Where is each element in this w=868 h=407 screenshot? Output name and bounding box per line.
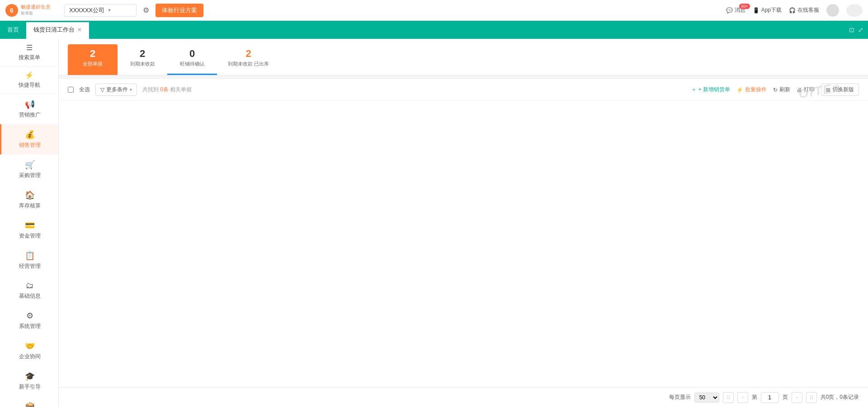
tab-workbench-label: 钱货日清工作台 (33, 26, 75, 34)
sidebar-item-finance[interactable]: 💳 资金管理 (0, 215, 58, 245)
sidebar-item-inventory[interactable]: 🏠 库存核算 (0, 185, 58, 215)
stat-number-shipped: 2 (245, 48, 251, 60)
sidebar-item-guide[interactable]: 🎓 新手引导 (0, 366, 58, 396)
sidebar: ☰ 搜索菜单 ⚡ 快捷导航 📢 营销推广 💰 销售管理 🛒 采购管理 🏠 库存核… (0, 39, 59, 407)
headset-icon: 🎧 (789, 7, 796, 14)
page-label: 第 (752, 393, 757, 401)
batch-action-btn[interactable]: ⚡ 批量操作 (736, 86, 767, 94)
stat-label-all: 全部单据 (83, 61, 103, 67)
page-last-btn[interactable]: ⟩⟩ (806, 392, 817, 403)
system-icon: ⚙ (26, 311, 33, 321)
logo-badge: 标准版 (21, 10, 51, 16)
logo-icon: 6 (5, 4, 18, 17)
found-text: 共找到 0条 相关单据 (142, 86, 192, 94)
per-page-label: 每页显示 (669, 393, 691, 401)
logo-text: 畅捷通好生意 (21, 4, 51, 10)
select-all-label: 全选 (79, 86, 90, 94)
tab-expand-icon[interactable]: ⤢ (858, 26, 863, 33)
sidebar-item-enterprise[interactable]: 🤝 企业协同 (0, 336, 58, 366)
stat-number-all: 2 (90, 48, 95, 60)
refresh-label: 刷新 (779, 86, 790, 94)
industry-btn[interactable]: 体验行业方案 (156, 4, 203, 17)
company-name: XXXXXX公司 (69, 6, 104, 14)
logo-area: 6 畅捷通好生意 标准版 (5, 4, 64, 17)
content-area: 2 全部单据 2 到期未收款 0 旺铺待确认 2 到期未收款 已出库 全选 ▽ … (59, 39, 868, 407)
company-dropdown-arrow: ▼ (107, 8, 112, 13)
messages-button[interactable]: 💬 消息 99+ (726, 6, 745, 14)
page-next-btn[interactable]: ＞ (792, 392, 802, 403)
sidebar-item-system[interactable]: ⚙ 系统管理 (0, 305, 58, 336)
avatar[interactable] (826, 4, 839, 17)
app-download-label: App下载 (761, 6, 782, 14)
online-service-button[interactable]: 🎧 在线客服 (789, 6, 819, 14)
sidebar-item-sales[interactable]: 💰 销售管理 (0, 124, 58, 154)
select-all-checkbox[interactable] (68, 87, 74, 93)
sidebar-item-operations[interactable]: 📋 经营管理 (0, 245, 58, 276)
sidebar-label-finance: 资金管理 (19, 232, 41, 240)
add-sales-btn[interactable]: ＋ + 新增销货单 (691, 86, 730, 94)
finance-icon: 💳 (25, 220, 35, 230)
tab-minimize-icon[interactable]: ⊡ (849, 26, 854, 33)
per-page-select[interactable]: 50 20 100 (694, 393, 719, 402)
found-count: 0条 (160, 86, 169, 93)
toolbar: 全选 ▽ 更多条件 ▾ 共找到 0条 相关单据 ＋ + 新增销货单 ⚡ 批量操作 (59, 79, 868, 101)
tab-bar: 首页 钱货日清工作台 ✕ ⊡ ⤢ (0, 21, 868, 39)
sidebar-quicknav[interactable]: ⚡ 快捷导航 (0, 66, 58, 94)
batch-label: 批量操作 (745, 86, 767, 94)
stat-tab-all[interactable]: 2 全部单据 (68, 44, 118, 75)
sidebar-label-system: 系统管理 (19, 323, 41, 330)
print-label: 打印 (804, 86, 815, 94)
message-badge: 99+ (739, 4, 750, 9)
sidebar-label-operations: 经营管理 (19, 262, 41, 270)
enterprise-icon: 🤝 (25, 341, 35, 351)
sidebar-item-apps[interactable]: 📦 应用中心 (0, 396, 58, 407)
page-number-input[interactable] (761, 392, 779, 403)
sidebar-item-marketing[interactable]: 📢 营销推广 (0, 94, 58, 124)
refresh-icon: ↻ (773, 87, 778, 93)
sidebar-search[interactable]: ☰ 搜索菜单 (0, 39, 58, 66)
tab-close-icon[interactable]: ✕ (77, 27, 82, 33)
settings-button[interactable]: ⚙ (141, 4, 151, 16)
stat-tab-shipped[interactable]: 2 到期未收款 已出库 (217, 44, 280, 75)
company-selector[interactable]: XXXXXX公司 ▼ (64, 4, 137, 17)
switch-icon: ⊞ (826, 87, 830, 93)
tab-home-label: 首页 (7, 26, 19, 34)
sidebar-label-basic-info: 基础信息 (19, 292, 41, 300)
app-download-button[interactable]: 📱 App下载 (753, 6, 782, 14)
total-info: 共0页，0条记录 (821, 393, 859, 401)
app-download-icon: 📱 (753, 7, 760, 14)
sidebar-item-basic-info[interactable]: 🗂 基础信息 (0, 276, 58, 305)
sidebar-label-marketing: 营销推广 (19, 111, 41, 119)
stats-tabs: 2 全部单据 2 到期未收款 0 旺铺待确认 2 到期未收款 已出库 (59, 39, 868, 75)
tab-home[interactable]: 首页 (0, 21, 26, 39)
top-header: 6 畅捷通好生意 标准版 XXXXXX公司 ▼ ⚙ 体验行业方案 💬 消息 99… (0, 0, 868, 21)
purchase-icon: 🛒 (25, 160, 35, 170)
sidebar-label-enterprise: 企业协同 (19, 353, 41, 360)
print-btn[interactable]: 🖨 打印 (797, 86, 815, 94)
sidebar-item-purchase[interactable]: 🛒 采购管理 (0, 154, 58, 185)
stat-tab-overdue[interactable]: 2 到期未收款 (118, 44, 167, 75)
page-suffix: 页 (783, 393, 788, 401)
sidebar-quicknav-label: 快捷导航 (19, 81, 40, 89)
switch-version-btn[interactable]: ⊞ 切换新版 (821, 84, 859, 96)
page-first-btn[interactable]: ⟨⟨ (723, 392, 734, 403)
refresh-btn[interactable]: ↻ 刷新 (773, 86, 790, 94)
plus-icon: ＋ (691, 86, 697, 94)
filter-button[interactable]: ▽ 更多条件 ▾ (95, 84, 137, 96)
basic-info-icon: 🗂 (26, 281, 34, 290)
header-right: 💬 消息 99+ 📱 App下载 🎧 在线客服 (726, 4, 863, 17)
stat-number-wangpu: 0 (189, 48, 195, 60)
tab-work-bench[interactable]: 钱货日清工作台 ✕ (26, 21, 89, 39)
operations-icon: 📋 (25, 251, 35, 261)
page-prev-btn[interactable]: ＜ (737, 392, 748, 403)
filter-icon: ▽ (100, 87, 104, 93)
filter-label: 更多条件 (106, 86, 128, 94)
search-icon: ☰ (26, 43, 33, 52)
sidebar-label-guide: 新手引导 (19, 383, 41, 391)
guide-icon: 🎓 (25, 371, 35, 381)
print-icon: 🖨 (797, 87, 802, 93)
stat-number-overdue: 2 (140, 48, 145, 60)
stat-tab-wangpu[interactable]: 0 旺铺待确认 (167, 44, 217, 75)
pagination-bar: 每页显示 50 20 100 ⟨⟨ ＜ 第 页 ＞ ⟩⟩ 共0页，0条记录 (59, 387, 868, 407)
sidebar-label-sales: 销售管理 (19, 141, 41, 149)
